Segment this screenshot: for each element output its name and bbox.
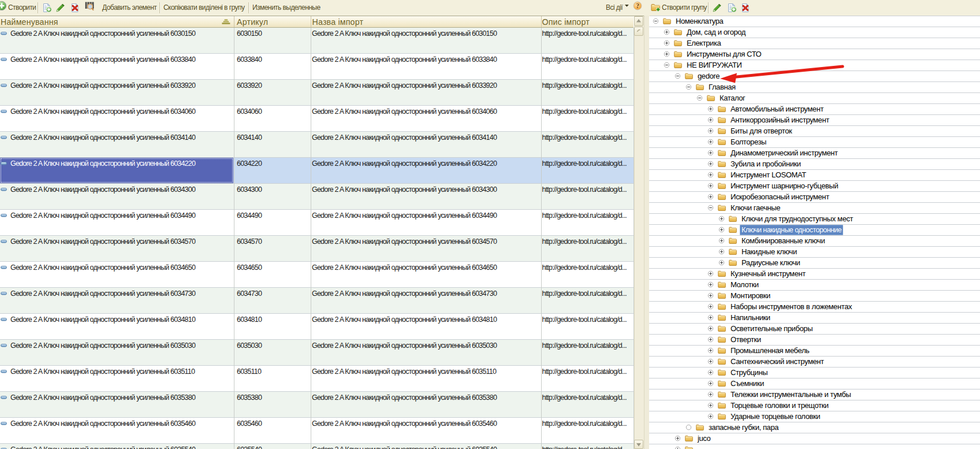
svg-text:?: ?: [636, 2, 639, 9]
